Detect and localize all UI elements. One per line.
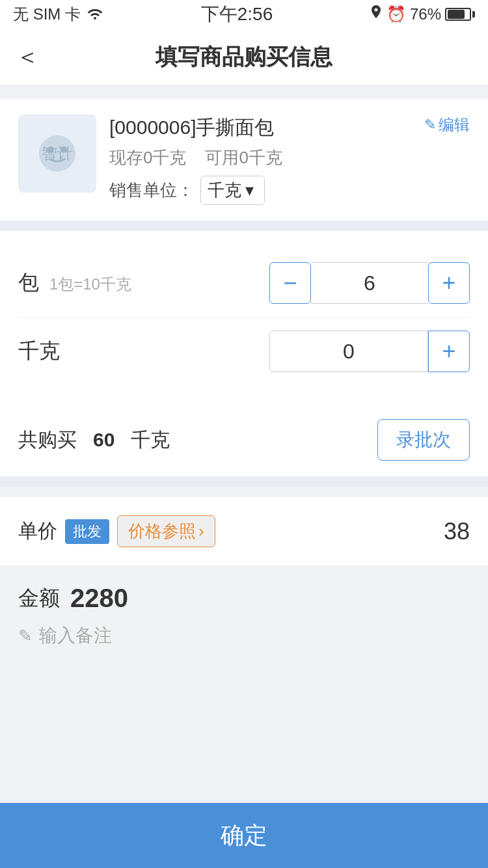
product-card: 智计 [0000006]手撕面包 现存0千克 可用0千克 销售单位： 千克 ▾ …: [0, 99, 488, 221]
price-row: 单价 批发 价格参照 › 38: [18, 515, 470, 547]
separator-1: [0, 221, 488, 231]
kg-increment-button[interactable]: +: [428, 331, 470, 372]
status-time: 下午2:56: [201, 2, 273, 27]
product-name: [0000006]手撕面包: [109, 115, 470, 141]
bag-quantity-input[interactable]: [311, 262, 428, 304]
svg-text:智计: 智计: [42, 144, 73, 162]
price-tag: 批发: [65, 519, 109, 544]
bag-label-group: 包 1包=10千克: [18, 269, 131, 297]
summary-text: 共购买 60 千克: [18, 427, 170, 454]
location-icon: [370, 5, 383, 23]
wifi-icon: [86, 5, 104, 23]
remark-row[interactable]: ✎ 输入备注: [18, 623, 470, 648]
remark-placeholder: 输入备注: [39, 623, 112, 648]
edit-button[interactable]: ✎ 编辑: [424, 115, 470, 135]
battery-icon: [445, 8, 475, 21]
status-left: 无 SIM 卡: [13, 4, 104, 25]
alarm-icon: ⏰: [386, 5, 406, 23]
price-label: 单价: [18, 518, 57, 545]
page-title: 填写商品购买信息: [156, 42, 332, 72]
amount-label: 金额: [18, 584, 60, 613]
status-right: ⏰ 76%: [370, 5, 475, 23]
bag-decrement-button[interactable]: −: [269, 262, 311, 304]
price-ref-arrow-icon: ›: [198, 521, 204, 541]
back-button[interactable]: ＜: [16, 41, 39, 73]
bag-stepper: − +: [269, 262, 470, 304]
product-info: [0000006]手撕面包 现存0千克 可用0千克 销售单位： 千克 ▾: [109, 115, 470, 205]
product-logo-icon: 智计: [38, 134, 77, 173]
bag-input-row: 包 1包=10千克 − +: [18, 249, 470, 318]
pencil-icon: ✎: [18, 626, 33, 646]
svg-point-2: [47, 146, 54, 153]
confirm-button-label: 确定: [221, 820, 267, 852]
price-reference-button[interactable]: 价格参照 ›: [117, 515, 215, 547]
amount-value: 2280: [70, 584, 128, 613]
input-section: 包 1包=10千克 − + 千克 +: [0, 231, 488, 403]
record-batch-button[interactable]: 录批次: [377, 419, 470, 461]
nav-bar: ＜ 填写商品购买信息: [0, 29, 488, 86]
summary-section: 共购买 60 千克 录批次: [0, 403, 488, 476]
price-ref-label: 价格参照: [128, 520, 196, 543]
kg-stepper: +: [269, 331, 470, 372]
unit-value: 千克: [208, 179, 241, 202]
summary-prefix: 共购买: [18, 429, 77, 450]
summary-unit: 千克: [131, 429, 170, 450]
kg-label-group: 千克: [18, 337, 60, 366]
unit-dropdown[interactable]: 千克 ▾: [200, 176, 265, 205]
product-image: 智计: [18, 115, 96, 193]
amount-section: 金额 2280 ✎ 输入备注: [0, 565, 488, 666]
available-text: 可用0千克: [205, 148, 282, 167]
amount-row: 金额 2280: [18, 584, 470, 613]
price-value: 38: [444, 518, 470, 545]
product-stock: 现存0千克 可用0千克: [109, 146, 470, 169]
svg-point-3: [61, 146, 67, 153]
separator-2: [0, 476, 488, 487]
unit-label: 销售单位：: [109, 179, 194, 202]
status-bar: 无 SIM 卡 下午2:56 ⏰ 76%: [0, 0, 488, 29]
dropdown-arrow-icon: ▾: [245, 180, 254, 200]
kg-label: 千克: [18, 339, 60, 362]
carrier-text: 无 SIM 卡: [13, 4, 81, 25]
battery-text: 76%: [410, 5, 441, 23]
product-unit-row: 销售单位： 千克 ▾: [109, 176, 470, 205]
summary-amount: 60: [93, 429, 115, 450]
bag-label: 包: [18, 271, 39, 294]
stock-text: 现存0千克: [109, 148, 186, 167]
bag-hint: 1包=10千克: [49, 275, 131, 293]
bag-increment-button[interactable]: +: [428, 262, 470, 304]
edit-icon: ✎: [424, 116, 436, 133]
price-section: 单价 批发 价格参照 › 38: [0, 497, 488, 565]
kg-input-row: 千克 +: [18, 318, 470, 385]
kg-quantity-input[interactable]: [269, 331, 428, 372]
edit-label: 编辑: [439, 115, 470, 135]
confirm-button[interactable]: 确定: [0, 803, 488, 868]
